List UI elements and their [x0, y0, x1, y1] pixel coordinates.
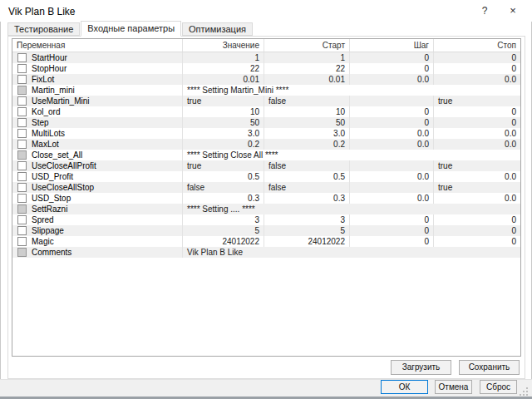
param-value[interactable]: true	[183, 160, 264, 171]
param-stop[interactable]: 0.0	[434, 74, 520, 85]
param-step[interactable]: 0.0	[350, 139, 434, 150]
param-start[interactable]: 22	[264, 63, 350, 74]
table-row[interactable]: Close_set_All**** Setting Close All ****	[12, 150, 520, 160]
param-value[interactable]: 1	[183, 52, 264, 63]
row-checkbox[interactable]	[17, 161, 27, 170]
load-button[interactable]: Загрузить	[391, 360, 451, 375]
param-start[interactable]: 0.2	[264, 139, 350, 150]
row-checkbox[interactable]	[17, 129, 27, 138]
row-checkbox[interactable]	[17, 215, 27, 224]
column-header-value[interactable]: Значение	[183, 39, 264, 52]
param-step[interactable]: 0	[350, 106, 434, 117]
param-step[interactable]: 0.0	[350, 193, 434, 204]
param-start[interactable]: 0.5	[264, 171, 350, 182]
column-header-start[interactable]: Старт	[264, 39, 350, 52]
reset-button[interactable]: Сброс	[480, 380, 517, 394]
param-start[interactable]: 3.0	[264, 128, 350, 139]
param-stop[interactable]: 0.0	[434, 193, 520, 204]
row-checkbox[interactable]	[17, 172, 27, 181]
param-value[interactable]: 10	[183, 106, 264, 117]
table-row[interactable]: USD_Profit0.50.50.00.0	[12, 171, 520, 182]
save-button[interactable]: Сохранить	[459, 360, 520, 375]
table-row[interactable]: Magic240120222401202200	[12, 236, 520, 247]
table-row[interactable]: UseMartin_Minitruefalsetrue	[12, 96, 520, 106]
param-start[interactable]: 10	[264, 106, 350, 117]
param-stop[interactable]: 0.0	[434, 139, 520, 150]
table-row[interactable]: StopHour222200	[12, 63, 520, 74]
param-stop[interactable]: 0	[434, 52, 520, 63]
table-row[interactable]: MultiLots3.03.00.00.0	[12, 128, 520, 139]
section-checkbox[interactable]	[17, 86, 27, 95]
row-checkbox[interactable]	[17, 194, 27, 203]
ok-button[interactable]: ОК	[381, 380, 428, 394]
row-checkbox[interactable]	[17, 226, 27, 235]
param-value[interactable]: 22	[183, 63, 264, 74]
row-checkbox[interactable]	[17, 53, 27, 62]
param-step[interactable]	[350, 182, 434, 193]
table-row[interactable]: CommentsVik Plan B Like	[12, 247, 520, 258]
param-start[interactable]: 3	[264, 214, 350, 225]
section-checkbox[interactable]	[17, 248, 27, 257]
param-start[interactable]: 1	[264, 52, 350, 63]
param-stop[interactable]: 0	[434, 63, 520, 74]
param-value[interactable]: 0.01	[183, 74, 264, 85]
column-header-stop[interactable]: Стоп	[434, 39, 520, 52]
param-start[interactable]: false	[264, 160, 350, 171]
close-icon[interactable]: ×	[502, 3, 524, 18]
tab-testirovanie[interactable]: Тестирование	[7, 22, 80, 36]
param-value[interactable]: 50	[183, 117, 264, 128]
param-stop[interactable]: 0	[434, 214, 520, 225]
param-step[interactable]: 0	[350, 225, 434, 236]
param-start[interactable]: 0.01	[264, 74, 350, 85]
param-stop[interactable]: 0	[434, 225, 520, 236]
param-value[interactable]: 3	[183, 214, 264, 225]
param-step[interactable]: 0.0	[350, 171, 434, 182]
table-row[interactable]: SettRazni**** Setting .... ****	[12, 204, 520, 214]
section-checkbox[interactable]	[17, 150, 27, 160]
param-step[interactable]: 0	[350, 236, 434, 247]
param-step[interactable]	[350, 160, 434, 171]
param-value[interactable]: true	[183, 96, 264, 106]
param-value[interactable]: 0.3	[183, 193, 264, 204]
section-checkbox[interactable]	[17, 204, 27, 214]
column-header-step[interactable]: Шаг	[350, 39, 434, 52]
param-start[interactable]: false	[264, 96, 350, 106]
param-step[interactable]: 0	[350, 214, 434, 225]
param-value[interactable]: 3.0	[183, 128, 264, 139]
param-stop[interactable]: 0	[434, 236, 520, 247]
tab-optimizatsiya[interactable]: Оптимизация	[182, 22, 253, 36]
table-row[interactable]: FixLot0.010.010.00.0	[12, 74, 520, 85]
table-row[interactable]: Kol_ord101000	[12, 106, 520, 117]
param-stop[interactable]: true	[434, 96, 520, 106]
table-row[interactable]: Step505000	[12, 117, 520, 128]
param-start[interactable]: 5	[264, 225, 350, 236]
param-stop[interactable]: 0.0	[434, 171, 520, 182]
param-start[interactable]: 50	[264, 117, 350, 128]
param-value[interactable]: 5	[183, 225, 264, 236]
table-row[interactable]: USD_Stop0.30.30.00.0	[12, 193, 520, 204]
row-checkbox[interactable]	[17, 183, 27, 192]
param-stop[interactable]: true	[434, 182, 520, 193]
param-stop[interactable]: 0.0	[434, 128, 520, 139]
row-checkbox[interactable]	[17, 237, 27, 246]
param-stop[interactable]: 0	[434, 117, 520, 128]
resize-grip-icon[interactable]	[519, 387, 529, 397]
param-value[interactable]: false	[183, 182, 264, 193]
param-start[interactable]: false	[264, 182, 350, 193]
table-row[interactable]: Slippage5500	[12, 225, 520, 236]
table-row[interactable]: Martin_mini**** Setting Martin_Mini ****	[12, 85, 520, 96]
row-checkbox[interactable]	[17, 75, 27, 84]
param-step[interactable]	[350, 96, 434, 106]
table-row[interactable]: Spred3300	[12, 214, 520, 225]
cancel-button[interactable]: Отмена	[435, 380, 472, 394]
param-step[interactable]: 0	[350, 52, 434, 63]
param-start[interactable]: 0.3	[264, 193, 350, 204]
help-icon[interactable]: ?	[475, 3, 494, 18]
tab-vhodnye-parametry[interactable]: Входные параметры	[81, 21, 181, 37]
param-step[interactable]: 0	[350, 117, 434, 128]
row-checkbox[interactable]	[17, 140, 27, 149]
table-row[interactable]: UseCloseAllStopfalsefalsetrue	[12, 182, 520, 193]
param-step[interactable]: 0.0	[350, 74, 434, 85]
row-checkbox[interactable]	[17, 64, 27, 73]
table-row[interactable]: StartHour1100	[12, 52, 520, 63]
